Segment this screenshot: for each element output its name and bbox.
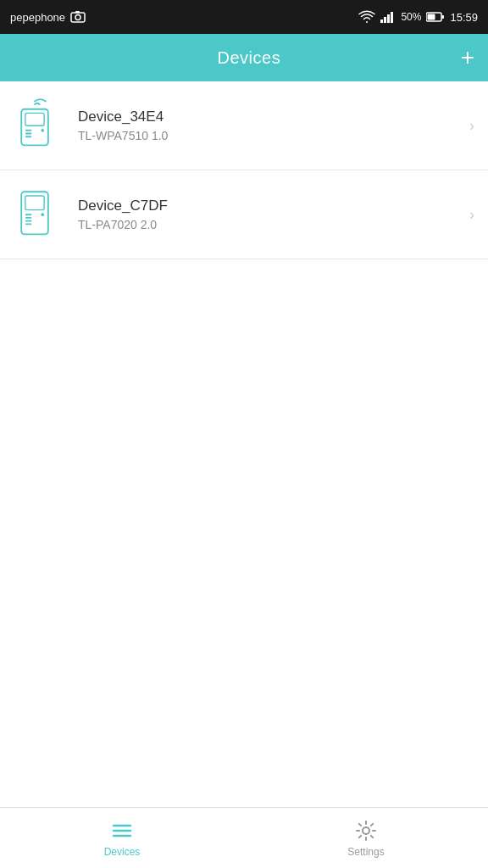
- nav-label-settings: Settings: [347, 846, 384, 858]
- svg-point-22: [41, 213, 44, 216]
- nav-label-devices: Devices: [104, 846, 141, 858]
- carrier-name: pepephone: [10, 11, 65, 24]
- bottom-nav: Devices Settings: [0, 807, 488, 868]
- svg-rect-0: [71, 13, 85, 22]
- svg-rect-12: [25, 130, 31, 131]
- signal-icon: [380, 11, 396, 23]
- time-display: 15:59: [450, 11, 478, 24]
- svg-rect-18: [25, 214, 31, 215]
- svg-point-15: [41, 129, 44, 132]
- svg-rect-8: [428, 14, 435, 20]
- wifi-icon: [358, 10, 375, 24]
- svg-rect-2: [75, 11, 80, 14]
- status-bar: pepephone 50% 15:59: [0, 0, 488, 34]
- battery-icon: [426, 12, 445, 22]
- status-right: 50% 15:59: [358, 10, 478, 24]
- device-info-2: Device_C7DF TL-PA7020 2.0: [78, 198, 469, 231]
- router-svg-1: [14, 95, 56, 150]
- device-name-2: Device_C7DF: [78, 198, 469, 214]
- svg-rect-4: [384, 17, 386, 23]
- svg-rect-9: [442, 15, 445, 19]
- nav-item-settings[interactable]: Settings: [244, 808, 488, 868]
- router-svg-2: [14, 184, 56, 239]
- svg-rect-14: [25, 136, 31, 137]
- svg-rect-19: [25, 217, 31, 219]
- device-name-1: Device_34E4: [78, 108, 469, 125]
- add-device-button[interactable]: +: [461, 46, 474, 70]
- nav-item-devices[interactable]: Devices: [0, 808, 244, 868]
- devices-nav-icon: [110, 819, 134, 843]
- svg-rect-17: [25, 196, 44, 210]
- device-item-2[interactable]: Device_C7DF TL-PA7020 2.0 ›: [0, 170, 488, 259]
- svg-point-1: [75, 15, 80, 20]
- device-model-2: TL-PA7020 2.0: [78, 218, 469, 231]
- device-list: Device_34E4 TL-WPA7510 1.0 › Device_C7DF: [0, 81, 488, 259]
- status-left: pepephone: [10, 11, 86, 24]
- svg-rect-5: [387, 14, 390, 23]
- chevron-icon-2: ›: [469, 206, 474, 224]
- settings-nav-icon: [354, 819, 378, 843]
- device-icon-1: [14, 95, 61, 156]
- svg-point-26: [363, 827, 369, 834]
- device-info-1: Device_34E4 TL-WPA7510 1.0: [78, 108, 469, 142]
- photo-icon: [70, 11, 86, 23]
- chevron-icon-1: ›: [469, 117, 474, 135]
- svg-rect-3: [380, 19, 383, 23]
- battery-level: 50%: [401, 11, 421, 23]
- device-icon-2: [14, 184, 61, 245]
- svg-rect-20: [25, 220, 31, 222]
- app-bar: Devices +: [0, 34, 488, 81]
- device-item-1[interactable]: Device_34E4 TL-WPA7510 1.0 ›: [0, 81, 488, 170]
- svg-rect-11: [25, 113, 44, 125]
- svg-rect-6: [391, 12, 393, 23]
- svg-rect-21: [25, 223, 31, 225]
- app-bar-title: Devices: [37, 48, 461, 68]
- svg-rect-13: [25, 133, 31, 135]
- device-model-1: TL-WPA7510 1.0: [78, 129, 469, 142]
